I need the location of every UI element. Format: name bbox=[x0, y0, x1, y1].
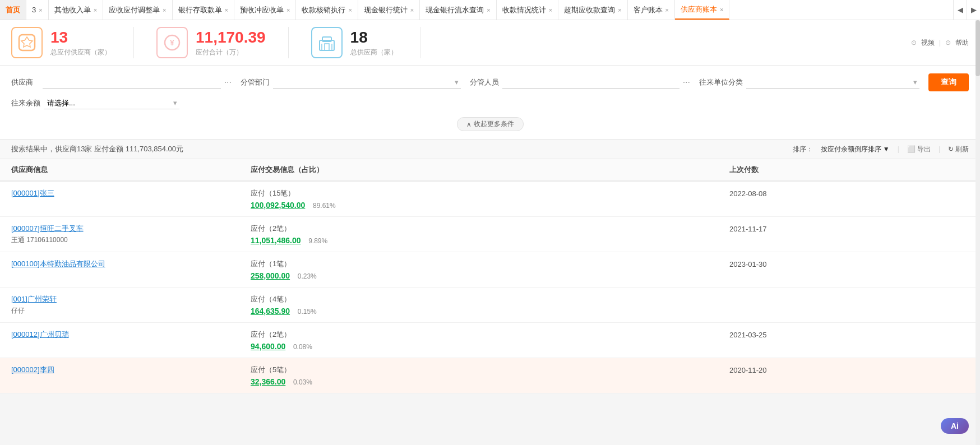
nav-pre-receive-close[interactable]: × bbox=[286, 7, 290, 13]
payable-cell-4: 应付（2笔） 94,600.00 0.08% bbox=[251, 330, 729, 351]
export-label: 导出 bbox=[917, 145, 931, 154]
payable-row-0: 100,092,540.00 89.61% bbox=[251, 201, 729, 210]
nav-arrow-left[interactable]: ◀ bbox=[953, 0, 967, 20]
results-bar: 搜索结果中，供应商13家 应付金额 111,703,854.00元 排序： 按应… bbox=[0, 140, 980, 159]
stat-block-suppliers-payable: 13 总应付供应商（家） bbox=[11, 27, 134, 58]
nav-receipt-stat-close[interactable]: × bbox=[549, 7, 552, 13]
nav-tab3-close[interactable]: × bbox=[39, 7, 42, 13]
nav-cash-stat-close[interactable]: × bbox=[410, 7, 414, 13]
category-select[interactable] bbox=[746, 76, 919, 88]
person-input[interactable] bbox=[502, 76, 679, 89]
payable-pct-2: 0.23% bbox=[298, 272, 317, 280]
stat-icon-2: ¥ bbox=[156, 27, 188, 58]
balance-select[interactable]: 请选择... bbox=[44, 97, 179, 109]
supplier-link-2[interactable]: [000100]本特勤油品有限公司 bbox=[11, 259, 105, 268]
payable-label-4: 应付（2笔） bbox=[251, 330, 729, 340]
nav-supplier-book[interactable]: 供应商账本 × bbox=[675, 0, 729, 20]
results-actions: 排序： 按应付余额倒序排序 ▼ | ⬜ 导出 | ↻ 刷新 bbox=[793, 145, 969, 154]
nav-cash-stat[interactable]: 现金银行统计 × bbox=[358, 0, 420, 20]
nav-receipt-exec-close[interactable]: × bbox=[348, 7, 352, 13]
stat-block-payable-total: ¥ 11,170.39 应付合计（万） bbox=[156, 27, 289, 58]
help-link-icon: ⊙ bbox=[945, 39, 951, 47]
nav-receipt-exec[interactable]: 收款核销执行 × bbox=[296, 0, 358, 20]
supplier-link-3[interactable]: [001]广州荣轩 bbox=[11, 295, 57, 303]
nav-supplier-book-close[interactable]: × bbox=[720, 6, 723, 13]
stat-number-2: 11,170.39 bbox=[196, 28, 266, 47]
refresh-button[interactable]: ↻ 刷新 bbox=[948, 145, 969, 154]
payable-amount-3[interactable]: 164,635.90 bbox=[251, 307, 290, 316]
payable-pct-0: 89.61% bbox=[313, 202, 336, 210]
nav-arrow-right[interactable]: ▶ bbox=[967, 0, 980, 20]
search-field-balance: 往来余额 请选择... ▾ bbox=[11, 97, 179, 109]
header-stats: 13 总应付供应商（家） ¥ 11,170.39 应付合计（万） bbox=[0, 20, 980, 66]
nav-bank-label: 银行存取款单 bbox=[178, 5, 222, 15]
top-navigation: 首页 3 × 其他收入单 × 应收应付调整单 × 银行存取款单 × 预收冲应收单… bbox=[0, 0, 980, 20]
supplier-sub-1: 王通 17106110000 bbox=[11, 235, 251, 245]
payable-amount-2[interactable]: 258,000.00 bbox=[251, 271, 290, 280]
table-header: 供应商信息 应付交易信息（占比） 上次付数 bbox=[0, 159, 980, 182]
stat-block-total-suppliers: 18 总供应商（家） bbox=[311, 27, 420, 58]
nav-ar-ap-close[interactable]: × bbox=[163, 7, 166, 13]
nav-customer-book[interactable]: 客户账本 × bbox=[628, 0, 675, 20]
dept-label: 分管部门 bbox=[241, 77, 270, 87]
nav-pre-receive[interactable]: 预收冲应收单 × bbox=[234, 0, 296, 20]
last-payment-cell-1: 2021-11-17 bbox=[729, 224, 969, 233]
nav-home[interactable]: 首页 bbox=[0, 0, 26, 20]
category-label: 往来单位分类 bbox=[699, 77, 743, 87]
payable-label-1: 应付（2笔） bbox=[251, 224, 729, 234]
nav-customer-book-label: 客户账本 bbox=[634, 5, 663, 15]
collapse-button[interactable]: ∧ 收起更多条件 bbox=[457, 117, 524, 131]
scrollbar-thumb[interactable] bbox=[976, 20, 980, 76]
payable-amount-4[interactable]: 94,600.00 bbox=[251, 342, 285, 351]
nav-other-income[interactable]: 其他收入单 × bbox=[49, 0, 103, 20]
ai-badge[interactable]: Ai bbox=[941, 418, 969, 434]
nav-cash-stat-label: 现金银行统计 bbox=[364, 5, 408, 15]
supplier-dots[interactable]: ··· bbox=[224, 77, 232, 87]
help-link[interactable]: 帮助 bbox=[955, 38, 969, 48]
video-link[interactable]: 视频 bbox=[921, 38, 935, 48]
search-area: 供应商 ··· 分管部门 ▾ 分管人员 ··· bbox=[0, 66, 980, 140]
nav-other-income-close[interactable]: × bbox=[94, 7, 97, 13]
nav-receipt-stat[interactable]: 收款情况统计 × bbox=[497, 0, 558, 20]
table-body: [000001]张三 应付（15笔） 100,092,540.00 89.61%… bbox=[0, 182, 980, 393]
dept-select[interactable] bbox=[273, 76, 461, 88]
payable-amount-1[interactable]: 11,051,486.00 bbox=[251, 236, 301, 245]
svg-text:¥: ¥ bbox=[170, 38, 174, 47]
table-row: [000007]恒旺二手叉车 王通 17106110000 应付（2笔） 11,… bbox=[0, 217, 980, 252]
supplier-input[interactable] bbox=[43, 76, 221, 89]
sort-dropdown[interactable]: 按应付余额倒序排序 ▼ bbox=[821, 145, 890, 154]
nav-overdue-ar-close[interactable]: × bbox=[618, 7, 621, 13]
last-payment-cell-4: 2021-03-25 bbox=[729, 330, 969, 339]
export-button[interactable]: ⬜ 导出 bbox=[907, 145, 931, 154]
payable-row-4: 94,600.00 0.08% bbox=[251, 342, 729, 351]
stat-icon-3 bbox=[311, 27, 343, 58]
payable-amount-5[interactable]: 32,366.00 bbox=[251, 377, 285, 386]
nav-cash-flow[interactable]: 现金银行流水查询 × bbox=[420, 0, 496, 20]
category-select-wrapper: ▾ bbox=[746, 76, 919, 89]
payable-row-2: 258,000.00 0.23% bbox=[251, 271, 729, 280]
supplier-link-5[interactable]: [000002]李四 bbox=[11, 365, 54, 374]
query-button[interactable]: 查询 bbox=[928, 73, 969, 91]
search-row-1: 供应商 ··· 分管部门 ▾ 分管人员 ··· bbox=[11, 73, 969, 91]
search-field-category: 往来单位分类 ▾ bbox=[699, 76, 919, 89]
nav-ar-ap-adjust[interactable]: 应收应付调整单 × bbox=[103, 0, 172, 20]
nav-tab3[interactable]: 3 × bbox=[26, 0, 49, 20]
person-dots[interactable]: ··· bbox=[683, 77, 690, 87]
supplier-link-0[interactable]: [000001]张三 bbox=[11, 189, 54, 197]
nav-customer-book-close[interactable]: × bbox=[665, 7, 669, 13]
search-field-supplier: 供应商 ··· bbox=[11, 76, 232, 89]
last-payment-cell-5: 2020-11-20 bbox=[729, 365, 969, 374]
scrollbar-track[interactable] bbox=[976, 20, 980, 445]
search-field-person: 分管人员 ··· bbox=[470, 76, 690, 89]
nav-bank-close[interactable]: × bbox=[225, 7, 228, 13]
supplier-link-4[interactable]: [000012]广州贝瑞 bbox=[11, 330, 69, 339]
nav-other-income-label: 其他收入单 bbox=[54, 5, 91, 15]
supplier-link-1[interactable]: [000007]恒旺二手叉车 bbox=[11, 224, 84, 233]
video-link-icon: ⊙ bbox=[911, 39, 917, 47]
stat-label-1: 总应付供应商（家） bbox=[50, 48, 111, 57]
table-row: [001]广州荣轩 仔仔 应付（4笔） 164,635.90 0.15% bbox=[0, 288, 980, 323]
nav-overdue-ar[interactable]: 超期应收款查询 × bbox=[558, 0, 627, 20]
payable-amount-0[interactable]: 100,092,540.00 bbox=[251, 201, 305, 210]
nav-cash-flow-close[interactable]: × bbox=[487, 7, 490, 13]
nav-bank-deposit[interactable]: 银行存取款单 × bbox=[173, 0, 234, 20]
